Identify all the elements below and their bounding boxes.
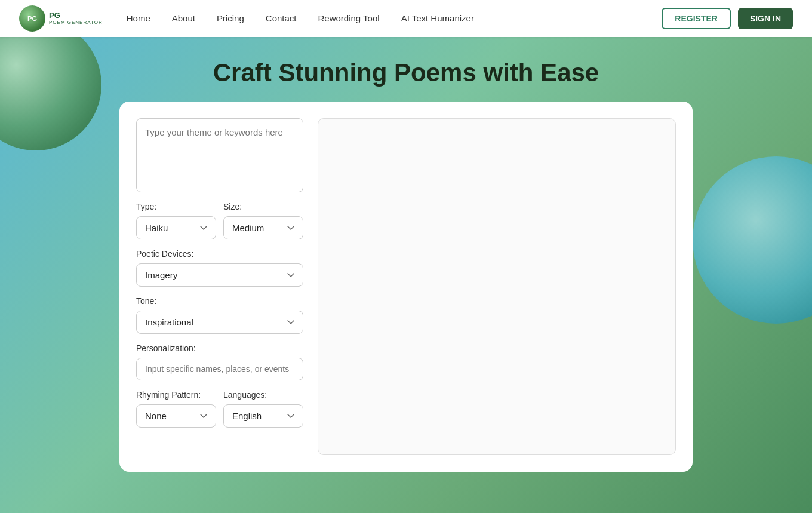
logo-subtitle: POEM GENERATOR	[49, 20, 103, 26]
languages-label: Languages:	[223, 390, 303, 400]
personalization-input[interactable]	[136, 358, 303, 380]
logo-icon: PG	[19, 5, 45, 32]
signin-button[interactable]: SIGN IN	[738, 8, 793, 29]
nav-about[interactable]: About	[172, 13, 195, 23]
sphere-blue-decoration	[693, 156, 812, 324]
languages-field: Languages: English Spanish French German	[223, 390, 303, 428]
personalization-field: Personalization:	[136, 343, 303, 380]
poetic-label: Poetic Devices:	[136, 249, 303, 259]
poetic-select[interactable]: Imagery Metaphor Alliteration Rhyme Pers…	[136, 263, 303, 287]
tone-label: Tone:	[136, 296, 303, 306]
logo[interactable]: PG PG POEM GENERATOR	[19, 5, 103, 32]
languages-select[interactable]: English Spanish French German	[223, 404, 303, 428]
rhyming-field: Rhyming Pattern: None AABB ABAB	[136, 390, 216, 428]
type-size-row: Type: Haiku Sonnet Free Verse Limerick O…	[136, 202, 303, 239]
hero-title: Craft Stunning Poems with Ease	[0, 37, 812, 102]
tone-select[interactable]: Inspirational Romantic Melancholic Humor…	[136, 311, 303, 334]
navigation: PG PG POEM GENERATOR Home About Pricing …	[0, 0, 812, 37]
left-panel: Type: Haiku Sonnet Free Verse Limerick O…	[136, 118, 303, 455]
logo-text: PG	[49, 11, 103, 20]
nav-contact[interactable]: Contact	[266, 13, 297, 23]
type-label: Type:	[136, 202, 216, 211]
nav-actions: REGISTER SIGN IN	[662, 8, 793, 29]
nav-rewording[interactable]: Rewording Tool	[318, 13, 380, 23]
rhyming-label: Rhyming Pattern:	[136, 390, 216, 400]
size-field: Size: Small Medium Large	[223, 202, 303, 239]
rhyming-select[interactable]: None AABB ABAB	[136, 404, 216, 428]
poem-output-area	[318, 118, 676, 455]
register-button[interactable]: REGISTER	[662, 8, 731, 29]
size-select[interactable]: Small Medium Large	[223, 216, 303, 239]
nav-pricing[interactable]: Pricing	[217, 13, 244, 23]
type-field: Type: Haiku Sonnet Free Verse Limerick O…	[136, 202, 216, 239]
size-label: Size:	[223, 202, 303, 211]
hero-section: Craft Stunning Poems with Ease Type: Hai…	[0, 37, 812, 513]
personalization-label: Personalization:	[136, 343, 303, 353]
poetic-field: Poetic Devices: Imagery Metaphor Alliter…	[136, 249, 303, 287]
theme-input[interactable]	[136, 118, 303, 192]
rhyming-languages-row: Rhyming Pattern: None AABB ABAB Language…	[136, 390, 303, 428]
nav-home[interactable]: Home	[127, 13, 150, 23]
type-select[interactable]: Haiku Sonnet Free Verse Limerick Ode	[136, 216, 216, 239]
tone-field: Tone: Inspirational Romantic Melancholic…	[136, 296, 303, 334]
main-card: Type: Haiku Sonnet Free Verse Limerick O…	[119, 102, 693, 472]
nav-humanizer[interactable]: AI Text Humanizer	[401, 13, 474, 23]
logo-initials: PG	[27, 15, 37, 22]
nav-links: Home About Pricing Contact Rewording Too…	[127, 13, 662, 24]
